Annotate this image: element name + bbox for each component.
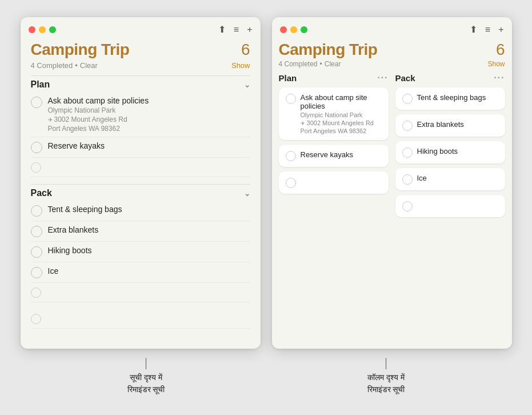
- left-window: ⬆ ≡ + Camping Trip 6 4 Completed • Clear…: [21, 17, 261, 349]
- left-plan-chevron-icon[interactable]: ⌄: [244, 81, 250, 89]
- pack-card-4: Ice: [395, 168, 505, 190]
- plan-card-2-checkbox[interactable]: [286, 151, 296, 161]
- pack-card-4-item: Ice: [402, 174, 498, 185]
- left-toolbar: ⬆ ≡ +: [218, 24, 253, 35]
- pack-card-2-item: Extra blankets: [402, 120, 498, 131]
- close-button[interactable]: [29, 26, 35, 33]
- minimize-button[interactable]: [39, 26, 46, 33]
- left-show-link[interactable]: Show: [231, 61, 250, 70]
- left-traffic-lights: [29, 26, 56, 33]
- right-add-icon[interactable]: +: [498, 25, 503, 35]
- pack-card-1-checkbox[interactable]: [402, 94, 413, 104]
- item5-checkbox[interactable]: [31, 226, 42, 237]
- list-icon[interactable]: ≡: [234, 25, 239, 35]
- item1-text: Ask about camp site policies: [48, 96, 149, 105]
- left-app-title: Camping Trip: [31, 41, 130, 59]
- left-pack-chevron-icon[interactable]: ⌄: [244, 189, 250, 198]
- pack-card-3-checkbox[interactable]: [402, 147, 413, 158]
- pack-card-5-checkbox[interactable]: [402, 201, 413, 212]
- right-show-link[interactable]: Show: [487, 60, 505, 68]
- plan-column-label: Plan: [279, 73, 297, 83]
- list-item: Ice: [31, 262, 250, 283]
- item1-sub3: Port Angeles WA 98362: [48, 125, 149, 133]
- left-completed-text: 4 Completed: [31, 61, 73, 70]
- right-maximize-button[interactable]: [301, 26, 307, 33]
- right-traffic-lights: [280, 26, 307, 33]
- share-icon[interactable]: ⬆: [218, 24, 226, 35]
- left-plan-label: Plan: [31, 79, 50, 90]
- item5-text: Extra blankets: [48, 225, 99, 234]
- pack-column-dots-icon[interactable]: ···: [494, 73, 505, 83]
- item6-text: Hiking boots: [48, 246, 92, 255]
- item1-checkbox[interactable]: [31, 97, 42, 108]
- right-toolbar: ⬆ ≡ +: [470, 24, 504, 35]
- plan-card-2-item: Reserve kayaks: [286, 150, 382, 161]
- plan-card-1-sub3: Port Angeles WA 98362: [301, 127, 382, 134]
- right-list-icon[interactable]: ≡: [485, 25, 490, 35]
- plan-card-1-checkbox[interactable]: [286, 94, 296, 104]
- item1-content: Ask about camp site policies Olympic Nat…: [48, 96, 149, 133]
- pack-card-4-title: Ice: [417, 174, 427, 182]
- plan-column-dots-icon[interactable]: ···: [377, 73, 388, 83]
- pack-card-3-title: Hiking boots: [417, 147, 458, 155]
- item9-checkbox[interactable]: [31, 314, 41, 324]
- item4-checkbox[interactable]: [31, 205, 42, 217]
- plan-card-3-checkbox[interactable]: [286, 178, 296, 188]
- add-icon[interactable]: +: [247, 25, 252, 35]
- list-item: Ask about camp site policies Olympic Nat…: [31, 92, 250, 137]
- item8-checkbox[interactable]: [31, 288, 41, 298]
- pack-card-1: Tent & sleeping bags: [395, 87, 505, 110]
- left-completed-bar: 4 Completed • Clear Show: [31, 61, 250, 70]
- plan-card-1-sub2: ✈ 3002 Mount Angeles Rd: [301, 119, 382, 126]
- right-minimize-button[interactable]: [290, 26, 297, 33]
- right-close-button[interactable]: [280, 26, 287, 33]
- pack-column-label: Pack: [395, 73, 415, 83]
- list-item-empty-pack: [31, 283, 250, 302]
- right-completed-bar: 4 Completed • Clear Show: [279, 60, 505, 68]
- right-app-title: Camping Trip: [279, 41, 378, 59]
- pack-column-header: Pack ···: [395, 73, 505, 83]
- left-pack-section-header: Pack ⌄: [31, 184, 250, 201]
- plan-card-2: Reserve kayaks: [279, 145, 389, 167]
- list-item-empty: [31, 158, 250, 177]
- right-completed-text: 4 Completed: [279, 60, 318, 68]
- plan-card-1-item: Ask about camp site policies Olympic Nat…: [286, 93, 382, 134]
- item2-checkbox[interactable]: [31, 142, 42, 153]
- right-app-count: 6: [496, 41, 505, 59]
- right-clear-link[interactable]: Clear: [325, 60, 341, 68]
- pack-card-4-checkbox[interactable]: [402, 174, 413, 185]
- plan-column-header: Plan ···: [279, 73, 389, 83]
- right-window: ⬆ ≡ + Camping Trip 6 4 Completed • Clear…: [272, 17, 512, 349]
- columns-container: Plan ··· Ask about camp site policies Ol…: [279, 73, 505, 222]
- left-app-count: 6: [241, 41, 250, 59]
- right-caption-block: कॉलम दृश्य मेंरिमाइंडर सूची: [266, 358, 506, 396]
- pack-card-1-item: Tent & sleeping bags: [402, 93, 498, 104]
- item4-text: Tent & sleeping bags: [48, 205, 122, 214]
- maximize-button[interactable]: [49, 26, 56, 33]
- pack-card-3-item: Hiking boots: [402, 147, 498, 158]
- right-content: Camping Trip 6 4 Completed • Clear Show …: [272, 38, 512, 349]
- plan-card-1-title: Ask about camp site policies: [301, 93, 382, 110]
- pack-card-2-checkbox[interactable]: [402, 121, 413, 131]
- plan-card-1: Ask about camp site policies Olympic Nat…: [279, 87, 389, 140]
- list-item: Reserve kayaks: [31, 137, 250, 158]
- item6-checkbox[interactable]: [31, 246, 42, 258]
- item7-text: Ice: [48, 266, 59, 276]
- right-caption-line: [386, 358, 386, 369]
- plan-card-1-pin-icon: ✈: [301, 121, 305, 126]
- plan-card-1-sub1: Olympic National Park: [301, 111, 382, 118]
- item7-checkbox[interactable]: [31, 267, 42, 278]
- right-share-icon[interactable]: ⬆: [470, 24, 477, 35]
- plan-card-2-title: Reserve kayaks: [301, 150, 353, 159]
- left-content: Camping Trip 6 4 Completed • Clear Show …: [21, 38, 261, 349]
- right-app-header: Camping Trip 6: [279, 41, 505, 59]
- list-item-bottom-empty: [31, 309, 250, 329]
- left-plan-section-header: Plan ⌄: [31, 75, 250, 92]
- left-title-bar: ⬆ ≡ +: [21, 17, 261, 38]
- pack-card-3: Hiking boots: [395, 141, 505, 163]
- left-caption-text: सूची दृश्य मेंरिमाइंडर सूची: [127, 372, 165, 396]
- list-item: Hiking boots: [31, 242, 250, 262]
- item3-checkbox[interactable]: [31, 162, 41, 173]
- left-pack-label: Pack: [31, 188, 52, 198]
- left-clear-link[interactable]: Clear: [80, 61, 98, 70]
